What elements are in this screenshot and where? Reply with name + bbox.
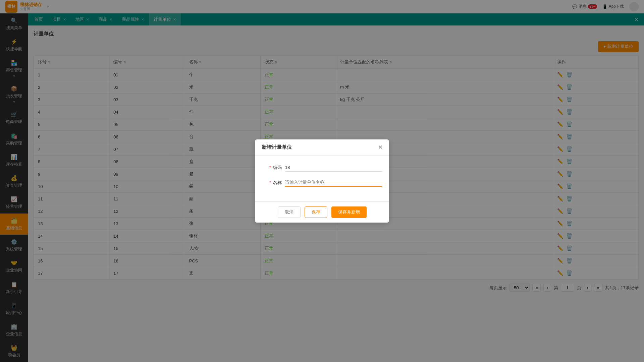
cancel-button[interactable]: 取消 [278, 206, 301, 218]
code-form-row: * 编码 [262, 164, 382, 172]
code-label-text: 编码 [273, 165, 282, 170]
name-label-text: 名称 [273, 180, 282, 185]
modal-close-button[interactable]: ✕ [378, 144, 382, 150]
name-required-star: * [269, 180, 271, 185]
save-new-button[interactable]: 保存并新增 [331, 206, 367, 218]
name-input[interactable] [285, 178, 382, 187]
modal-title: 新增计量单位 [262, 144, 292, 150]
modal-footer: 取消 保存 保存并新增 [255, 201, 389, 223]
name-form-row: * 名称 [262, 178, 382, 187]
code-label: * 编码 [262, 165, 282, 171]
modal-body: * 编码 * 名称 [255, 156, 389, 201]
code-input[interactable] [285, 164, 382, 172]
code-required-star: * [269, 165, 271, 170]
save-button[interactable]: 保存 [305, 206, 327, 218]
add-unit-modal: 新增计量单位 ✕ * 编码 * 名称 取消 保存 保存并新增 [255, 139, 389, 223]
name-label: * 名称 [262, 180, 282, 186]
modal-overlay: 新增计量单位 ✕ * 编码 * 名称 取消 保存 保存并新增 [0, 0, 644, 362]
modal-header: 新增计量单位 ✕ [255, 139, 389, 156]
